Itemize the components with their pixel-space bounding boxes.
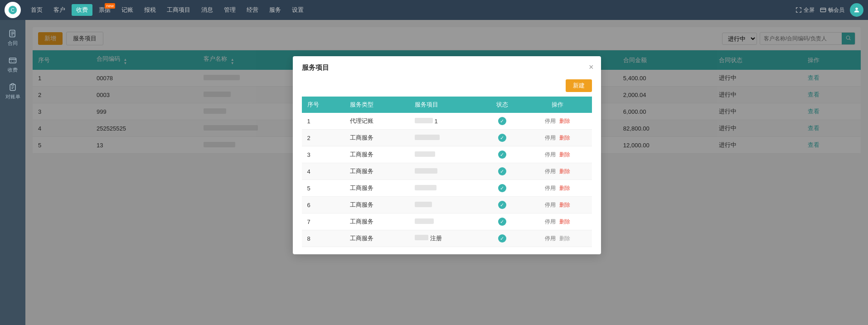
- svg-rect-2: [820, 8, 826, 12]
- nav-items: 首页 客户 收费 票据 new 记账 报税 工商项目 消息 管理 经营 服务 设…: [26, 4, 795, 16]
- status-check-icon: [498, 184, 506, 192]
- list-item: 1 代理记账 1 停用 删除: [302, 113, 592, 130]
- member-label: 畅会员: [828, 6, 844, 14]
- mth-type: 服务类型: [344, 97, 409, 113]
- sidebar-fee-label: 收费: [8, 67, 18, 73]
- top-nav: C 首页 客户 收费 票据 new 记账 报税 工商项目 消息 管理 经营 服务…: [0, 0, 868, 20]
- service-modal: 服务项目 × 新建 序号 服务类型 服务项目 状态: [293, 56, 601, 254]
- nav-operation[interactable]: 经营: [242, 4, 263, 16]
- sidebar-item-fee[interactable]: 收费: [0, 51, 25, 78]
- modal-overlay: 服务项目 × 新建 序号 服务类型 服务项目 状态: [25, 20, 868, 325]
- nav-biz[interactable]: 工商项目: [162, 4, 195, 16]
- sidebar-item-contract[interactable]: 合同: [0, 24, 25, 51]
- svg-rect-6: [12, 84, 14, 85]
- stop-button[interactable]: 停用: [545, 184, 556, 192]
- modal-new-button[interactable]: 新建: [566, 79, 592, 92]
- stop-button[interactable]: 停用: [545, 151, 556, 159]
- stop-button[interactable]: 停用: [545, 117, 556, 125]
- nav-msg[interactable]: 消息: [197, 4, 218, 16]
- svg-text:C: C: [11, 7, 15, 13]
- mth-status: 状态: [481, 97, 524, 113]
- nav-home[interactable]: 首页: [26, 4, 47, 16]
- list-item: 4 工商服务 停用 删除: [302, 163, 592, 180]
- new-badge: new: [105, 3, 115, 9]
- nav-fee[interactable]: 收费: [72, 4, 92, 16]
- list-item: 3 工商服务 停用 删除: [302, 146, 592, 163]
- mth-item: 服务项目: [409, 97, 481, 113]
- service-table: 序号 服务类型 服务项目 状态 操作 1 代理记账 1: [302, 97, 592, 247]
- fullscreen-label: 全屏: [804, 6, 815, 14]
- list-item: 5 工商服务 停用 删除: [302, 180, 592, 197]
- sidebar-item-statement[interactable]: 对账单: [0, 78, 25, 105]
- member-button[interactable]: 畅会员: [820, 6, 844, 14]
- nav-customer[interactable]: 客户: [49, 4, 70, 16]
- status-check-icon: [498, 117, 506, 125]
- modal-title: 服务项目: [302, 63, 329, 72]
- status-check-icon: [498, 218, 506, 226]
- delete-button[interactable]: 删除: [559, 201, 570, 209]
- main-content: 新增 服务项目 进行中 已完成 已终止: [25, 20, 868, 325]
- status-check-icon: [498, 234, 506, 243]
- delete-button[interactable]: 删除: [559, 184, 570, 192]
- nav-service[interactable]: 服务: [265, 4, 286, 16]
- stop-button[interactable]: 停用: [545, 218, 556, 226]
- list-item: 6 工商服务 停用 删除: [302, 197, 592, 213]
- stop-button[interactable]: 停用: [545, 201, 556, 209]
- mth-op: 操作: [524, 97, 592, 113]
- list-item: 8 工商服务 注册 停用 删除: [302, 230, 592, 247]
- nav-manage[interactable]: 管理: [219, 4, 240, 16]
- fullscreen-button[interactable]: 全屏: [795, 6, 815, 14]
- nav-bookkeeping[interactable]: 记账: [117, 4, 138, 16]
- layout: 合同 收费 对账单 新增 服务项目 进行中 已完成: [0, 20, 868, 325]
- sidebar: 合同 收费 对账单: [0, 20, 25, 325]
- delete-button[interactable]: 删除: [559, 134, 570, 142]
- list-item: 7 工商服务 停用 删除: [302, 213, 592, 230]
- modal-header: 服务项目 ×: [293, 56, 601, 76]
- delete-button[interactable]: 删除: [559, 168, 570, 175]
- stop-button[interactable]: 停用: [545, 168, 556, 175]
- svg-point-3: [855, 8, 858, 10]
- stop-button[interactable]: 停用: [545, 235, 556, 243]
- app-logo: C: [5, 2, 21, 18]
- status-check-icon: [498, 167, 506, 175]
- sidebar-statement-label: 对账单: [5, 93, 20, 100]
- modal-close-button[interactable]: ×: [589, 63, 594, 72]
- list-item: 2 工商服务 停用 删除: [302, 130, 592, 146]
- mth-seq: 序号: [302, 97, 344, 113]
- modal-toolbar: 新建: [293, 76, 601, 97]
- delete-button[interactable]: 删除: [559, 117, 570, 125]
- nav-tax[interactable]: 报税: [140, 4, 160, 16]
- nav-invoice[interactable]: 票据 new: [94, 4, 115, 16]
- avatar[interactable]: [850, 3, 863, 17]
- svg-rect-5: [10, 58, 16, 63]
- delete-button[interactable]: 删除: [559, 218, 570, 226]
- delete-button[interactable]: 删除: [559, 235, 570, 243]
- delete-button[interactable]: 删除: [559, 151, 570, 159]
- status-check-icon: [498, 134, 506, 142]
- nav-settings[interactable]: 设置: [287, 4, 308, 16]
- sidebar-contract-label: 合同: [8, 40, 18, 47]
- status-check-icon: [498, 150, 506, 159]
- stop-button[interactable]: 停用: [545, 134, 556, 142]
- status-check-icon: [498, 201, 506, 209]
- nav-right: 全屏 畅会员: [795, 3, 863, 17]
- modal-table-wrap: 序号 服务类型 服务项目 状态 操作 1 代理记账 1: [293, 97, 601, 254]
